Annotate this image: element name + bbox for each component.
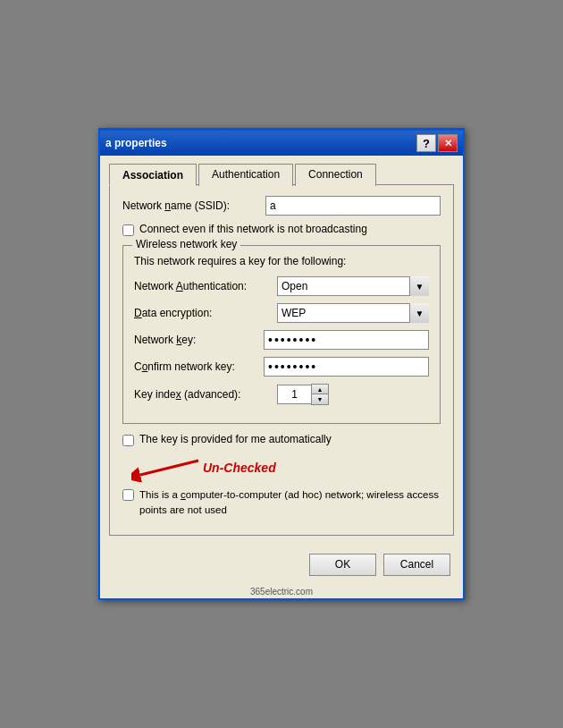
network-auth-select[interactable]: Open Shared WPA WPA-PSK	[277, 276, 429, 296]
tab-authentication[interactable]: Authentication	[198, 164, 293, 186]
title-bar: a properties ? ✕	[100, 131, 463, 156]
wireless-key-group: Wireless network key This network requir…	[122, 245, 441, 424]
arrow-annotation: Un-Checked	[131, 453, 441, 482]
watermark: 365electric.com	[100, 583, 463, 598]
cancel-button[interactable]: Cancel	[383, 554, 450, 576]
title-bar-text: a properties	[105, 137, 416, 149]
spinner-up-button[interactable]: ▲	[312, 385, 328, 394]
dialog-window: a properties ? ✕ Association Authenticat…	[98, 128, 465, 599]
confirm-key-input[interactable]	[264, 357, 429, 377]
close-button[interactable]: ✕	[438, 134, 458, 152]
tab-connection[interactable]: Connection	[295, 164, 376, 186]
spinner-buttons: ▲ ▼	[311, 384, 329, 405]
data-enc-select[interactable]: WEP TKIP AES Disabled	[277, 303, 429, 323]
button-row: OK Cancel	[100, 545, 463, 583]
data-enc-label: Data encryption:	[134, 307, 277, 319]
key-index-label: Key index (advanced):	[134, 388, 277, 401]
network-name-label: Network name (SSID):	[122, 199, 265, 212]
svg-line-1	[140, 461, 198, 475]
tab-bar: Association Authentication Connection	[109, 163, 454, 185]
broadcast-checkbox[interactable]	[122, 224, 134, 236]
network-name-input[interactable]	[265, 196, 441, 216]
auto-key-label: The key is provided for me automatically	[139, 433, 332, 445]
red-arrow-icon	[131, 453, 203, 482]
unchecked-annotation: Un-Checked	[203, 461, 276, 475]
ok-button[interactable]: OK	[309, 554, 376, 576]
help-button[interactable]: ?	[416, 134, 436, 152]
key-index-input[interactable]	[277, 385, 311, 404]
group-legend: Wireless network key	[132, 238, 240, 250]
data-enc-dropdown-wrapper: WEP TKIP AES Disabled ▼	[277, 303, 429, 323]
group-desc: This network requires a key for the foll…	[134, 255, 429, 267]
title-bar-buttons: ? ✕	[416, 134, 458, 152]
confirm-key-label: Confirm network key:	[134, 360, 264, 373]
network-name-row: Network name (SSID):	[122, 196, 441, 216]
network-key-label: Network key:	[134, 334, 264, 346]
adhoc-label: This is a computer-to-computer (ad hoc) …	[139, 487, 441, 516]
data-enc-row: Data encryption: WEP TKIP AES Disabled ▼	[134, 303, 429, 323]
broadcast-checkbox-row: Connect even if this network is not broa…	[122, 223, 441, 236]
key-index-row: Key index (advanced): ▲ ▼	[134, 384, 429, 405]
network-key-input[interactable]	[264, 330, 429, 350]
network-auth-row: Network Authentication: Open Shared WPA …	[134, 276, 429, 296]
tab-association[interactable]: Association	[109, 164, 197, 186]
spinner-down-button[interactable]: ▼	[312, 394, 328, 404]
auto-key-checkbox[interactable]	[122, 435, 134, 446]
tab-content: Network name (SSID): Connect even if thi…	[109, 184, 454, 535]
network-auth-dropdown-wrapper: Open Shared WPA WPA-PSK ▼	[277, 276, 429, 296]
broadcast-label: Connect even if this network is not broa…	[139, 223, 367, 235]
adhoc-checkbox-row: This is a computer-to-computer (ad hoc) …	[122, 487, 441, 516]
network-auth-label: Network Authentication:	[134, 280, 277, 292]
dialog-content: Association Authentication Connection Ne…	[100, 156, 463, 544]
auto-key-checkbox-row: The key is provided for me automatically	[122, 433, 441, 446]
key-index-spinner: ▲ ▼	[277, 384, 331, 405]
confirm-key-row: Confirm network key:	[134, 357, 429, 377]
network-key-row: Network key:	[134, 330, 429, 350]
adhoc-checkbox[interactable]	[122, 489, 134, 501]
